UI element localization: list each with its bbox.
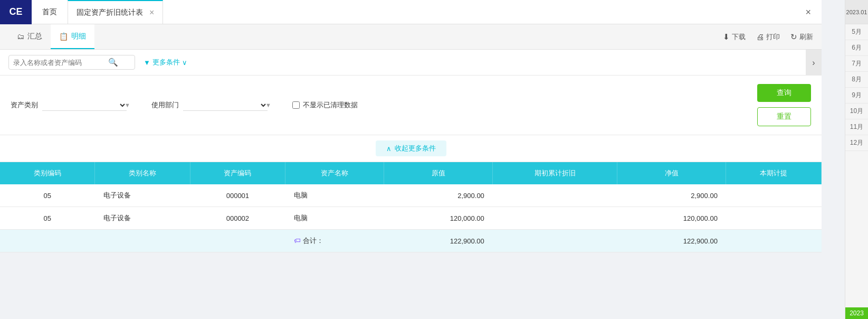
sidebar-month[interactable]: 12月 — [845, 135, 868, 151]
col-header-accumulated-dep: 期初累计折旧 — [493, 162, 617, 184]
tab-detail[interactable]: 📋 明细 — [51, 24, 94, 49]
chevron-right-icon: › — [812, 58, 815, 68]
cell-asset-name: 电脑 — [285, 207, 384, 230]
sidebar-month[interactable]: 9月 — [845, 88, 868, 104]
col-header-net-value: 净值 — [617, 162, 726, 184]
nav-home[interactable]: 首页 — [32, 0, 68, 24]
download-btn[interactable]: ⬇ 下载 — [723, 32, 746, 42]
expand-panel-btn[interactable]: › — [806, 50, 822, 76]
tab-summary[interactable]: 🗂 汇总 — [8, 24, 51, 49]
cell-net-value: 120,000.00 — [617, 207, 726, 230]
cell-asset-name: 电脑 — [285, 184, 384, 207]
sidebar-month[interactable]: 7月 — [845, 56, 868, 72]
top-nav-bar: CE 首页 固定资产折旧统计表 × × — [0, 0, 822, 24]
sidebar-month[interactable]: 6月 — [845, 40, 868, 56]
sidebar-month[interactable]: 8月 — [845, 72, 868, 88]
col-header-category-code: 类别编码 — [0, 162, 95, 184]
sub-tab-bar: 🗂 汇总 📋 明细 ⬇ 下载 🖨 打印 ↻ 刷新 — [0, 24, 822, 50]
cell-asset-code: 000002 — [190, 207, 285, 230]
sidebar-month[interactable]: 11月 — [845, 119, 868, 135]
summary-label: 🏷合计： — [285, 230, 384, 252]
col-header-category-name: 类别名称 — [95, 162, 190, 184]
table-row: 05 电子设备 000001 电脑 2,900.00 2,900.00 — [0, 184, 822, 207]
print-icon: 🖨 — [756, 32, 764, 41]
tab-detail-label: 明细 — [71, 32, 86, 41]
filter-bar: 🔍 ▼ 更多条件 ∨ — [0, 50, 822, 76]
refresh-icon: ↻ — [790, 32, 797, 42]
hide-cleared-wrap: 不显示已清理数据 — [292, 100, 358, 110]
date-display[interactable]: 2023.01 — [845, 0, 868, 24]
cell-category-name: 电子设备 — [95, 184, 190, 207]
close-tab-icon[interactable]: × — [149, 8, 154, 17]
tab-summary-label: 汇总 — [27, 32, 42, 41]
summary-net-value: 122,900.00 — [617, 230, 726, 252]
cell-category-name: 电子设备 — [95, 207, 190, 230]
hide-cleared-checkbox[interactable] — [292, 101, 300, 109]
filter-bar-wrap: 🔍 ▼ 更多条件 ∨ › — [0, 50, 822, 76]
year-badge: 2023 — [845, 307, 868, 319]
department-field: 使用部门 ▼ — [151, 99, 271, 111]
cell-category-code: 05 — [0, 184, 95, 207]
cell-accumulated-dep — [493, 184, 617, 207]
asset-category-select[interactable] — [42, 99, 127, 111]
right-sidebar: 2023.01 5月6月7月8月9月10月11月12月 2023 — [845, 0, 868, 319]
tab-actions: ⬇ 下载 🖨 打印 ↻ 刷新 — [723, 32, 813, 42]
collapse-btn[interactable]: ∧ 收起更多条件 — [376, 140, 446, 156]
search-wrap: 🔍 — [8, 55, 135, 70]
cell-original-value: 2,900.00 — [384, 184, 493, 207]
hide-cleared-label: 不显示已清理数据 — [303, 100, 358, 110]
detail-icon: 📋 — [59, 32, 68, 41]
more-conditions-btn[interactable]: ▼ 更多条件 ∨ — [144, 58, 187, 67]
col-header-asset-code: 资产编码 — [190, 162, 285, 184]
sidebar-month[interactable]: 10月 — [845, 104, 868, 119]
col-header-current-period: 本期计提 — [726, 162, 822, 184]
cell-asset-code: 000001 — [190, 184, 285, 207]
summary-row: 🏷合计： 122,900.00 122,900.00 — [0, 230, 822, 252]
data-table-wrap: 类别编码 类别名称 资产编码 资产名称 原值 期初累计折旧 净值 本期计提 05… — [0, 162, 822, 252]
print-btn[interactable]: 🖨 打印 — [756, 32, 780, 42]
summary-icon: 🗂 — [17, 32, 24, 41]
download-icon: ⬇ — [723, 32, 730, 42]
window-close-icon[interactable]: × — [805, 6, 811, 17]
search-icon[interactable]: 🔍 — [108, 58, 118, 67]
cell-net-value: 2,900.00 — [617, 184, 726, 207]
asset-category-label: 资产类别 — [11, 100, 38, 110]
cell-original-value: 120,000.00 — [384, 207, 493, 230]
reset-button[interactable]: 重置 — [757, 107, 811, 126]
summary-current-period — [726, 230, 822, 252]
table-header-row: 类别编码 类别名称 资产编码 资产名称 原值 期初累计折旧 净值 本期计提 — [0, 162, 822, 184]
summary-original-value: 122,900.00 — [384, 230, 493, 252]
tab-title: 固定资产折旧统计表 — [77, 8, 143, 17]
refresh-btn[interactable]: ↻ 刷新 — [790, 32, 813, 42]
department-select[interactable] — [183, 99, 268, 111]
collapse-more-area: ∧ 收起更多条件 — [0, 135, 822, 162]
cell-current-period — [726, 207, 822, 230]
data-table: 类别编码 类别名称 资产编码 资产名称 原值 期初累计折旧 净值 本期计提 05… — [0, 162, 822, 252]
col-header-asset-name: 资产名称 — [285, 162, 384, 184]
chevron-up-icon: ∧ — [386, 145, 392, 153]
department-label: 使用部门 — [151, 100, 179, 110]
filter-actions: 查询 重置 — [757, 84, 811, 126]
search-input[interactable] — [13, 59, 108, 67]
cell-current-period — [726, 184, 822, 207]
summary-icon-cell — [0, 230, 285, 252]
table-row: 05 电子设备 000002 电脑 120,000.00 120,000.00 — [0, 207, 822, 230]
sidebar-month[interactable]: 5月 — [845, 24, 868, 40]
filter-icon: ▼ — [144, 59, 150, 67]
summary-accumulated-dep — [493, 230, 617, 252]
category-arrow-icon: ▼ — [125, 102, 130, 108]
col-header-original-value: 原值 — [384, 162, 493, 184]
department-arrow-icon: ▼ — [265, 102, 271, 108]
asset-category-field: 资产类别 ▼ — [11, 99, 130, 111]
active-tab[interactable]: 固定资产折旧统计表 × — [68, 0, 163, 24]
logo: CE — [0, 0, 32, 24]
filter-row-1: 资产类别 ▼ 使用部门 ▼ 不显示已清理数据 — [11, 84, 811, 126]
extended-filter: 资产类别 ▼ 使用部门 ▼ 不显示已清理数据 — [0, 76, 822, 135]
cell-category-code: 05 — [0, 207, 95, 230]
chevron-down-icon: ∨ — [182, 59, 187, 67]
cell-accumulated-dep — [493, 207, 617, 230]
query-button[interactable]: 查询 — [757, 84, 811, 102]
